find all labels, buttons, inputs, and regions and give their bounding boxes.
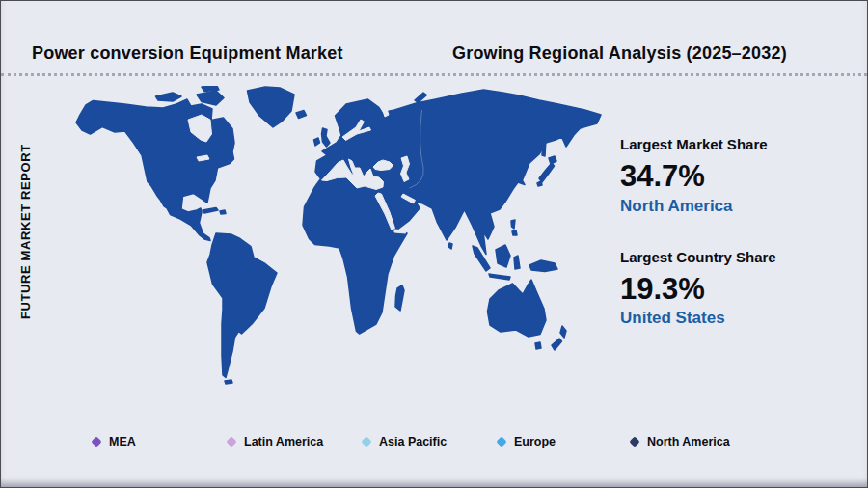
stat-label: Largest Market Share <box>620 136 852 152</box>
stat-country-share: Largest Country Share 19.3% United State… <box>620 249 852 329</box>
bottom-shadow <box>1 478 867 487</box>
legend-label: Europe <box>514 435 556 448</box>
stat-region: North America <box>620 197 852 216</box>
dotted-divider <box>1 73 867 76</box>
legend-item-north-america: North America <box>631 432 730 451</box>
legend-label: Latin America <box>244 435 323 448</box>
legend-item-latin-america: Latin America <box>228 432 323 451</box>
legend-swatch-icon <box>226 436 236 447</box>
legend-item-mea: MEA <box>93 432 136 451</box>
legend-swatch-icon <box>496 436 506 447</box>
stats-panel: Largest Market Share 34.7% North America… <box>620 136 852 361</box>
page-title: Power conversion Equipment Market <box>32 43 343 64</box>
legend-swatch-icon <box>629 436 639 447</box>
stat-region: United States <box>620 309 852 328</box>
legend: MEA Latin America Asia Pacific Europe No… <box>1 432 867 453</box>
infographic-frame: Power conversion Equipment Market Growin… <box>0 0 868 488</box>
legend-item-europe: Europe <box>498 432 556 451</box>
brand-watermark: FUTURE MARKET REPORT <box>18 144 33 319</box>
world-map-svg <box>57 86 602 390</box>
legend-label: Asia Pacific <box>379 435 447 448</box>
legend-label: North America <box>647 435 730 448</box>
stat-label: Largest Country Share <box>620 249 852 265</box>
stat-value: 19.3% <box>620 274 852 306</box>
legend-item-asia-pacific: Asia Pacific <box>363 432 447 451</box>
legend-swatch-icon <box>361 436 371 447</box>
page-subtitle: Growing Regional Analysis (2025–2032) <box>452 43 787 64</box>
landmasses <box>76 86 601 384</box>
stat-market-share: Largest Market Share 34.7% North America <box>620 136 852 216</box>
world-map <box>57 86 602 390</box>
stat-value: 34.7% <box>620 161 852 193</box>
legend-swatch-icon <box>91 436 101 447</box>
legend-label: MEA <box>109 435 136 448</box>
